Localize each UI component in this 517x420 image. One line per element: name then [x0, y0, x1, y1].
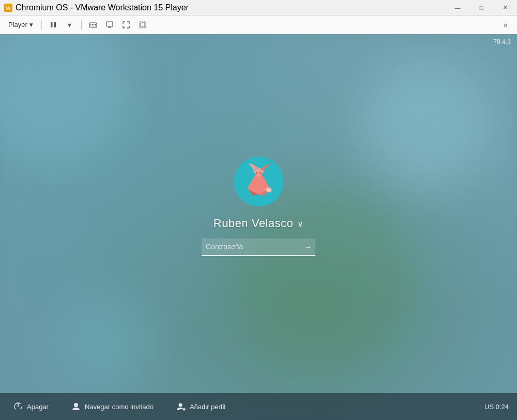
password-container: → — [202, 238, 315, 256]
vmware-icon: W — [4, 4, 12, 12]
add-person-icon — [176, 402, 186, 411]
keyboard-icon — [89, 21, 97, 29]
username-label: Ruben Velasco — [214, 217, 294, 230]
username-row: Ruben Velasco ∨ — [214, 217, 304, 230]
svg-rect-10 — [92, 25, 94, 26]
version-badge: 78.4.3 — [494, 38, 511, 46]
bg-blob-2 — [362, 60, 491, 189]
vm-content: 78.4.3 — [0, 34, 517, 420]
person-icon — [71, 402, 81, 411]
titlebar: W Chromium OS - VMware Workstation 15 Pl… — [0, 0, 517, 16]
svg-rect-14 — [109, 26, 110, 27]
svg-rect-2 — [51, 22, 53, 27]
pause-dropdown-button[interactable]: ▾ — [63, 18, 77, 32]
power-label: Apagar — [27, 403, 49, 411]
avatar[interactable] — [234, 157, 283, 206]
locale-label: US — [484, 403, 494, 411]
toolbar: Player ▾ ▾ — [0, 16, 517, 34]
power-icon-svg — [13, 402, 23, 411]
svg-rect-12 — [107, 22, 113, 26]
fullscreen-button[interactable] — [119, 18, 133, 32]
bottom-bar: Apagar Navegar como invitado — [0, 393, 517, 420]
svg-point-24 — [256, 172, 257, 174]
svg-marker-19 — [261, 163, 271, 171]
password-submit-button[interactable]: → — [304, 243, 312, 252]
titlebar-controls: — □ ✕ — [446, 0, 517, 16]
bottom-right: US 0:24 — [484, 403, 509, 411]
bg-blob-4 — [52, 291, 155, 394]
svg-rect-16 — [141, 23, 145, 27]
svg-rect-3 — [54, 22, 56, 27]
stretch-icon — [139, 21, 146, 28]
svg-rect-4 — [89, 23, 97, 27]
add-profile-label: Añadir perfil — [190, 403, 225, 411]
guest-button[interactable]: Navegar como invitado — [66, 399, 159, 414]
svg-text:W: W — [6, 6, 11, 11]
login-container: Ruben Velasco ∨ → — [181, 157, 336, 256]
svg-rect-7 — [94, 24, 95, 25]
person-icon-svg — [71, 402, 81, 411]
fit-guest-icon — [105, 21, 114, 29]
svg-rect-8 — [95, 24, 96, 25]
svg-rect-5 — [90, 24, 92, 25]
pause-icon — [50, 21, 57, 28]
power-button[interactable]: Apagar — [8, 399, 54, 414]
minimize-button[interactable]: — — [446, 0, 469, 16]
avatar-image — [240, 163, 277, 200]
svg-rect-11 — [95, 25, 96, 26]
toolbar-separator-2 — [81, 20, 82, 30]
stretch-button[interactable] — [135, 18, 150, 32]
close-button[interactable]: ✕ — [493, 0, 517, 16]
time-label: 0:24 — [496, 403, 509, 411]
fullscreen-icon — [123, 21, 130, 28]
pause-button[interactable] — [46, 18, 60, 32]
add-profile-button[interactable]: Añadir perfil — [171, 399, 231, 414]
username-dropdown-icon[interactable]: ∨ — [297, 219, 303, 229]
fit-guest-button[interactable] — [102, 18, 117, 32]
add-person-icon-svg — [176, 402, 186, 411]
player-menu-button[interactable]: Player ▾ — [4, 19, 37, 31]
maximize-button[interactable]: □ — [469, 0, 493, 16]
power-icon — [13, 402, 23, 411]
svg-point-25 — [260, 172, 261, 174]
guest-label: Navegar como invitado — [85, 403, 154, 411]
more-icon: » — [504, 21, 508, 29]
titlebar-title: Chromium OS - VMware Workstation 15 Play… — [16, 3, 189, 12]
svg-rect-9 — [90, 25, 92, 26]
titlebar-left: W Chromium OS - VMware Workstation 15 Pl… — [0, 3, 189, 12]
send-cad-button[interactable] — [86, 18, 100, 32]
pause-dropdown-icon: ▾ — [68, 21, 71, 29]
toolbar-separator — [41, 20, 42, 30]
player-label: Player — [8, 21, 27, 28]
svg-point-28 — [74, 403, 78, 407]
more-button[interactable]: » — [498, 18, 513, 32]
player-dropdown-icon: ▾ — [29, 21, 33, 28]
svg-rect-6 — [92, 24, 93, 25]
svg-point-29 — [178, 403, 182, 407]
password-input[interactable] — [202, 238, 315, 256]
